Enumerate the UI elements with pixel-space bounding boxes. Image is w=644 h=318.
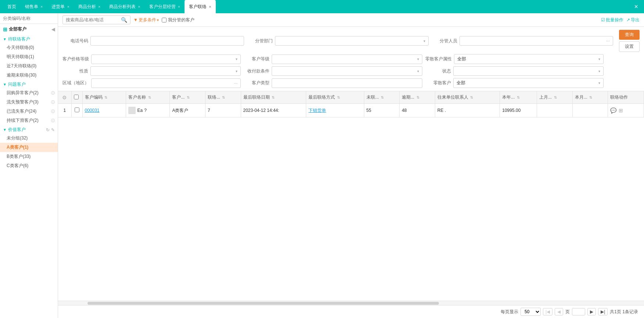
first-page-btn[interactable]: |◀ bbox=[543, 308, 552, 315]
my-customers-checkbox-area[interactable]: 我分管的客户 bbox=[162, 17, 194, 23]
collapse-icon[interactable]: ◀ bbox=[51, 27, 55, 32]
nav-product-analysis-close[interactable]: × bbox=[98, 4, 100, 9]
adv-manager-select[interactable]: ··· bbox=[459, 36, 613, 46]
sidebar-item-class-a[interactable]: A类客户(1) bbox=[0, 143, 58, 152]
type-sort-icon[interactable]: ⇅ bbox=[187, 95, 190, 99]
price-tier-dropdown-icon: ▾ bbox=[236, 57, 237, 61]
adv-price-tier-select[interactable]: ▾ bbox=[91, 54, 241, 64]
sidebar-item-class-b[interactable]: B类客户(33) bbox=[0, 152, 58, 161]
adv-retail-attr-select[interactable]: 全部 ▾ bbox=[454, 54, 604, 64]
contact2-sort-icon[interactable]: ⇅ bbox=[470, 95, 473, 99]
contact-sort-icon[interactable]: ⇅ bbox=[222, 95, 225, 99]
sidebar-group-value[interactable]: ▼ 价值客户 ↻ ✎ bbox=[0, 125, 58, 134]
th-last-date[interactable]: 最后联络日期 ⇅ bbox=[241, 91, 306, 104]
sidebar-item-class-c[interactable]: C类客户(6) bbox=[0, 161, 58, 170]
scrollbar-thumb[interactable] bbox=[87, 302, 439, 305]
group-edit-icon[interactable]: ✎ bbox=[51, 127, 55, 132]
sidebar-search-input[interactable] bbox=[3, 16, 58, 21]
row-code[interactable]: 000031 bbox=[82, 104, 126, 117]
sidebar-item-churned[interactable]: 已流失客户(24) ⓘ bbox=[0, 107, 58, 116]
last-method-sort-icon[interactable]: ⇅ bbox=[337, 95, 340, 99]
overdue-sort-icon[interactable]: ⇅ bbox=[416, 95, 419, 99]
sidebar-item-overdue[interactable]: 逾期未联络(30) bbox=[0, 71, 58, 80]
th-code[interactable]: 客户编码 ⇅ bbox=[82, 91, 126, 104]
th-last-month[interactable]: 上月... ⇅ bbox=[537, 91, 573, 104]
filter-more-btn[interactable]: ▼ 更多条件 ▾ bbox=[133, 17, 159, 23]
this-month-sort-icon[interactable]: ⇅ bbox=[589, 95, 592, 99]
sidebar-item-declining[interactable]: 持续下滑客户(2) ⓘ bbox=[0, 116, 58, 125]
th-name[interactable]: 客户名称 ⇅ bbox=[126, 91, 170, 104]
th-contact[interactable]: 联络... ⇅ bbox=[205, 91, 241, 104]
sidebar-item-today[interactable]: 今天待联络(0) bbox=[0, 43, 58, 52]
adv-payment-select[interactable]: ▾ bbox=[272, 66, 422, 76]
filter-search-input[interactable] bbox=[66, 17, 121, 22]
batch-op-btn[interactable]: ☑ 批量操作 bbox=[601, 17, 623, 23]
code-sort-icon[interactable]: ⇅ bbox=[104, 95, 107, 99]
settings-button[interactable]: 设置 bbox=[619, 41, 640, 52]
nav-customer-contact[interactable]: 客户联络 × bbox=[185, 0, 215, 13]
next-page-btn[interactable]: ▶ bbox=[587, 308, 596, 315]
select-all-checkbox[interactable] bbox=[74, 95, 79, 99]
name-sort-icon[interactable]: ⇅ bbox=[148, 95, 151, 99]
nav-customer-contact-close[interactable]: × bbox=[209, 4, 211, 9]
th-overdue[interactable]: 逾期... ⇅ bbox=[400, 91, 435, 104]
adv-customer-tier-select[interactable]: ▾ bbox=[272, 54, 422, 64]
nav-home[interactable]: 首页 bbox=[3, 0, 21, 13]
sidebar-group-problem[interactable]: ▼ 问题客户 bbox=[0, 80, 58, 88]
uncontacted-sort-icon[interactable]: ⇅ bbox=[381, 95, 384, 99]
per-page-select[interactable]: 50 20 100 bbox=[520, 308, 541, 316]
th-this-year[interactable]: 本年... ⇅ bbox=[500, 91, 537, 104]
col-settings-icon[interactable]: ⚙ bbox=[62, 95, 67, 100]
adv-dept-select[interactable]: ▾ bbox=[275, 36, 429, 46]
export-icon: ↗ bbox=[626, 17, 630, 22]
adv-status-select[interactable]: ▾ bbox=[453, 66, 604, 76]
payment-dropdown-icon: ▾ bbox=[417, 69, 419, 73]
query-button[interactable]: 查询 bbox=[619, 30, 640, 40]
nav-sales[interactable]: 销售单 × bbox=[21, 0, 47, 13]
nav-product-analysis[interactable]: 商品分析 × bbox=[74, 0, 105, 13]
nav-purchase-close[interactable]: × bbox=[67, 4, 69, 9]
region-dots-icon[interactable]: ··· bbox=[234, 81, 237, 86]
my-customers-checkbox[interactable] bbox=[162, 18, 167, 22]
last-month-sort-icon[interactable]: ⇅ bbox=[554, 95, 557, 99]
horizontal-scrollbar[interactable] bbox=[58, 301, 644, 305]
nav-customer-tier-close[interactable]: × bbox=[178, 4, 180, 9]
page-input[interactable]: 1 bbox=[572, 308, 585, 315]
row-last-method[interactable]: 下销货单 bbox=[306, 104, 364, 117]
sidebar-item-7days[interactable]: 近7天待联络(0) bbox=[0, 61, 58, 71]
sidebar-all-customers[interactable]: ⊞ 全部客户 ◀ bbox=[0, 24, 58, 35]
adv-region-select[interactable]: ··· bbox=[91, 78, 241, 88]
th-this-month[interactable]: 本月... ⇅ bbox=[572, 91, 608, 104]
group-refresh-icon[interactable]: ↻ bbox=[46, 127, 50, 132]
row-chat-icon[interactable]: 💬 bbox=[610, 107, 616, 113]
export-btn[interactable]: ↗ 导出 bbox=[626, 17, 640, 23]
th-uncontacted[interactable]: 未联... ⇅ bbox=[364, 91, 400, 104]
prev-page-btn[interactable]: ◀ bbox=[555, 308, 563, 315]
sidebar-item-churn-warning[interactable]: 流失预警客户(3) ⓘ bbox=[0, 98, 58, 107]
nav-purchase[interactable]: 进货单 × bbox=[47, 0, 74, 13]
last-page-btn[interactable]: ▶| bbox=[598, 308, 608, 315]
row-grid-icon[interactable]: ⊞ bbox=[619, 107, 623, 113]
window-close[interactable]: × bbox=[631, 3, 641, 11]
adv-customer-type-select[interactable] bbox=[272, 78, 422, 88]
th-last-method[interactable]: 最后联络方式 ⇅ bbox=[306, 91, 364, 104]
adv-retail-customer-select[interactable]: 全部 ▾ bbox=[453, 78, 604, 88]
nav-customer-tier[interactable]: 客户分层经营 × bbox=[145, 0, 185, 13]
th-type[interactable]: 客户... ⇅ bbox=[170, 91, 205, 104]
nav-sales-close[interactable]: × bbox=[40, 4, 43, 9]
adv-phone-input[interactable] bbox=[90, 36, 244, 46]
filter-search-icon[interactable]: 🔍 bbox=[121, 17, 127, 23]
adv-row-1: 电话号码 分管部门 ▾ 分管人员 ··· bbox=[62, 30, 640, 52]
sidebar-item-repurchase-abnormal[interactable]: 回购异常客户(2) ⓘ bbox=[0, 88, 58, 98]
nav-product-analysis-list-close[interactable]: × bbox=[138, 4, 140, 9]
th-contact2[interactable]: 往来单位联系人 ⇅ bbox=[435, 91, 500, 104]
row-select-checkbox[interactable] bbox=[75, 107, 79, 112]
this-year-sort-icon[interactable]: ⇅ bbox=[517, 95, 520, 99]
nav-product-analysis-list[interactable]: 商品分析列表 × bbox=[105, 0, 144, 13]
adv-nature-select[interactable]: ▾ bbox=[90, 66, 241, 76]
manager-dots-icon[interactable]: ··· bbox=[606, 38, 610, 43]
last-date-sort-icon[interactable]: ⇅ bbox=[272, 95, 275, 99]
sidebar-group-pending[interactable]: ▼ 待联络客户 bbox=[0, 35, 58, 43]
sidebar-item-ungrouped[interactable]: 未分组(32) bbox=[0, 134, 58, 143]
sidebar-item-tomorrow[interactable]: 明天待联络(1) bbox=[0, 52, 58, 61]
